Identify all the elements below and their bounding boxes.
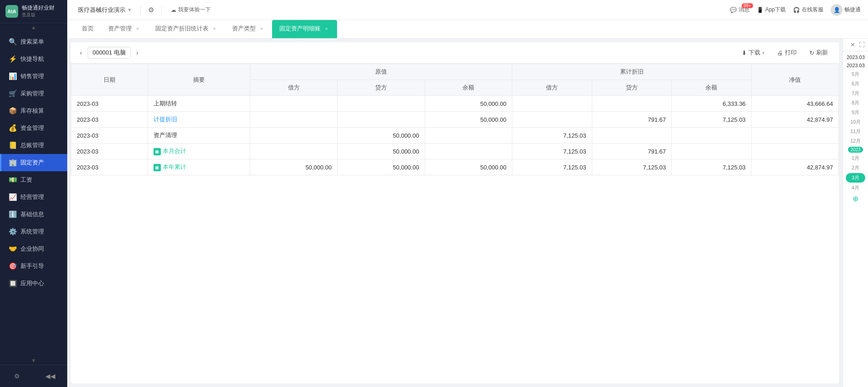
sidebar-item-apps[interactable]: 🔲 应用中心 bbox=[0, 275, 67, 292]
timeline-month-active[interactable]: 3月 bbox=[846, 173, 865, 183]
sidebar-item-search[interactable]: 🔍 搜索菜单 bbox=[0, 33, 67, 50]
cell-date: 2023-03 bbox=[71, 159, 148, 175]
timeline-month[interactable]: 8月 bbox=[843, 98, 868, 108]
cell-orig-balance bbox=[425, 128, 512, 144]
sidebar-scroll-down[interactable]: ▼ bbox=[31, 357, 36, 364]
tab-asset-type-close[interactable]: × bbox=[258, 25, 265, 32]
sidebar-collapse-button[interactable]: ◀◀ bbox=[34, 369, 67, 383]
timeline-month[interactable]: 11月 bbox=[843, 127, 868, 136]
sidebar-item-inventory[interactable]: 📦 库存核算 bbox=[0, 102, 67, 119]
cell-orig-debit: 50,000.00 bbox=[250, 159, 337, 175]
sidebar-item-ledger[interactable]: 📒 总账管理 bbox=[0, 137, 67, 154]
experience-button[interactable]: ☁ 我要体验一下 bbox=[167, 4, 214, 15]
sidebar-item-funds[interactable]: 💰 资金管理 bbox=[0, 119, 67, 137]
table-row: 2023-03 上期结转 50,000.00 6,333.36 43,666.6… bbox=[71, 96, 839, 112]
timeline-month[interactable]: 12月 bbox=[843, 136, 868, 146]
sidebar-item-operations[interactable]: 📈 经营管理 bbox=[0, 189, 67, 206]
funds-icon: 💰 bbox=[9, 124, 17, 132]
sidebar-item-label: 系统管理 bbox=[20, 228, 44, 236]
sidebar-item-fixed-assets[interactable]: 🏢 固定资产 bbox=[0, 154, 67, 171]
summary-text: 上期结转 bbox=[154, 100, 177, 107]
cell-date: 2023-03 bbox=[71, 96, 148, 112]
timeline-month[interactable]: 9月 bbox=[843, 108, 868, 117]
app-download-button[interactable]: 📱 App下载 bbox=[757, 6, 786, 14]
cell-dep-balance: 7,125.03 bbox=[672, 159, 752, 175]
tab-asset-detail-ledger[interactable]: 固定资产明细账 × bbox=[272, 20, 337, 38]
col-original-value: 原值 bbox=[250, 64, 512, 80]
cell-net-value: 42,874.97 bbox=[751, 112, 838, 128]
sidebar-item-label: 经营管理 bbox=[20, 193, 44, 201]
tab-asset-management-close[interactable]: × bbox=[134, 25, 141, 32]
tab-asset-management-label: 资产管理 bbox=[108, 25, 132, 33]
cell-dep-credit: 7,125.03 bbox=[592, 159, 672, 175]
cell-dep-credit bbox=[592, 128, 672, 144]
sidebar-item-payroll[interactable]: 💵 工资 bbox=[0, 171, 67, 189]
next-asset-button[interactable]: › bbox=[134, 48, 140, 57]
timeline-scroll-down[interactable]: ⊕ bbox=[843, 193, 868, 205]
close-panel-button[interactable]: ✕ bbox=[849, 40, 857, 49]
system-icon: ⚙️ bbox=[9, 228, 17, 236]
experience-label: 我要体验一下 bbox=[178, 6, 211, 14]
main-content: 医疗器械行业演示 ▾ ⚙ ☁ 我要体验一下 💬 消息 99+ 📱 App下载 🎧… bbox=[67, 0, 868, 387]
sidebar-item-purchase[interactable]: 🛒 采购管理 bbox=[0, 85, 67, 102]
tab-depreciation-stats[interactable]: 固定资产折旧统计表 × bbox=[148, 20, 225, 38]
fixed-assets-icon: 🏢 bbox=[9, 159, 17, 167]
cell-dep-debit bbox=[512, 96, 592, 112]
tab-asset-type[interactable]: 资产类型 × bbox=[225, 20, 272, 38]
company-selector[interactable]: 医疗器械行业演示 ▾ bbox=[74, 4, 135, 16]
tab-home[interactable]: 首页 bbox=[74, 20, 101, 38]
sidebar-item-label: 总账管理 bbox=[20, 141, 44, 149]
summary-badge-icon: ▣ bbox=[154, 164, 161, 171]
timeline-month[interactable]: 1月 bbox=[843, 154, 868, 163]
sidebar-item-label: 搜索菜单 bbox=[20, 38, 44, 46]
sidebar-settings-button[interactable]: ⚙ bbox=[0, 369, 34, 383]
sidebar-item-label: 应用中心 bbox=[20, 279, 44, 288]
timeline-month[interactable]: 5月 bbox=[843, 69, 868, 79]
sidebar-scroll-up[interactable]: ▲ bbox=[31, 24, 36, 30]
sidebar-bottom: ⚙ ◀◀ bbox=[0, 365, 67, 387]
tab-asset-management[interactable]: 资产管理 × bbox=[101, 20, 148, 38]
header-settings-button[interactable]: ⚙ bbox=[146, 4, 156, 16]
cell-orig-balance bbox=[425, 144, 512, 159]
headset-icon: 🎧 bbox=[793, 7, 800, 13]
timeline-month[interactable]: 6月 bbox=[843, 79, 868, 89]
cell-dep-debit bbox=[512, 112, 592, 128]
app-download-label: App下载 bbox=[765, 6, 786, 14]
avatar: 👤 bbox=[831, 4, 843, 16]
prev-asset-button[interactable]: ‹ bbox=[78, 48, 84, 57]
summary-link[interactable]: 计提折旧 bbox=[154, 116, 177, 123]
tab-asset-detail-ledger-close[interactable]: × bbox=[323, 25, 330, 32]
timeline-month[interactable]: 2月 bbox=[843, 163, 868, 173]
dropdown-arrow-icon: ▾ bbox=[762, 50, 764, 55]
cell-orig-debit bbox=[250, 128, 337, 144]
col-net-value: 净值 bbox=[751, 64, 838, 96]
sidebar-item-system[interactable]: ⚙️ 系统管理 bbox=[0, 223, 67, 240]
sidebar-item-collab[interactable]: 🤝 企业协同 bbox=[0, 240, 67, 258]
sidebar-item-sales[interactable]: 📊 销售管理 bbox=[0, 68, 67, 85]
search-icon: 🔍 bbox=[9, 38, 17, 46]
cell-dep-debit: 7,125.03 bbox=[512, 128, 592, 144]
cell-date: 2023-03 bbox=[71, 128, 148, 144]
col-orig-credit: 贷方 bbox=[337, 80, 425, 96]
sales-icon: 📊 bbox=[9, 72, 17, 80]
cell-summary: 计提折旧 bbox=[148, 112, 250, 128]
sidebar-item-basic-info[interactable]: ℹ️ 基础信息 bbox=[0, 206, 67, 223]
timeline-month[interactable]: 10月 bbox=[843, 117, 868, 127]
download-button[interactable]: ⬇ 下载 ▾ bbox=[738, 47, 768, 59]
customer-service-button[interactable]: 🎧 在线客服 bbox=[793, 6, 823, 14]
operations-icon: 📈 bbox=[9, 193, 17, 201]
sidebar-item-guide[interactable]: 🎯 新手引导 bbox=[0, 258, 67, 275]
sidebar-logo: AtA 畅捷通好业财 普及版 bbox=[0, 0, 67, 23]
tab-home-label: 首页 bbox=[82, 25, 94, 33]
refresh-button[interactable]: ↻ 刷新 bbox=[806, 47, 832, 59]
print-button[interactable]: 🖨 打印 bbox=[774, 47, 800, 59]
user-menu[interactable]: 👤 畅捷通 bbox=[831, 4, 861, 16]
timeline-month[interactable]: 7月 bbox=[843, 89, 868, 98]
tab-depreciation-stats-close[interactable]: × bbox=[211, 25, 218, 32]
sidebar-item-label: 工资 bbox=[20, 176, 32, 184]
expand-panel-button[interactable]: ⛶ bbox=[858, 40, 866, 49]
sidebar-item-quick-nav[interactable]: ⚡ 快捷导航 bbox=[0, 50, 67, 68]
timeline-month[interactable]: 4月 bbox=[843, 183, 868, 193]
cell-orig-debit bbox=[250, 144, 337, 159]
messages-button[interactable]: 💬 消息 99+ bbox=[730, 6, 749, 14]
